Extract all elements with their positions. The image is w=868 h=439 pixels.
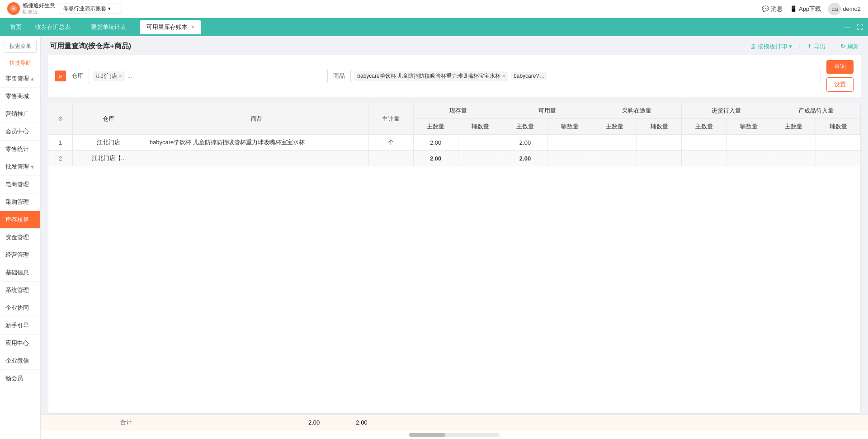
tab-available-label: 可用量库存账本: [146, 23, 188, 31]
product-tag-label-1: babycare学饮杯 儿童防摔防撞吸管杯重力球吸嘴杯宝宝水杯: [357, 72, 500, 80]
sidebar-item-wholesale[interactable]: 批发管理 ▼: [0, 158, 40, 176]
sidebar-item-ecommerce[interactable]: 电商管理: [0, 176, 40, 194]
row1-warehouse: 江北门店: [73, 135, 145, 151]
product-tag-label-2: babycare?: [514, 73, 539, 79]
app-download-btn[interactable]: 📱 App下载: [790, 5, 821, 13]
col-stock-main: 主数量: [413, 119, 458, 135]
account-selector[interactable]: 母婴行业演示账套 ▾: [59, 4, 122, 14]
row1-product: babycare学饮杯 儿童防摔防撞吸管杯重力球吸嘴杯宝宝水杯: [145, 135, 368, 151]
search-menu-btn[interactable]: 搜索菜单: [4, 40, 37, 53]
sidebar-item-appstore[interactable]: 应用中心: [0, 335, 40, 352]
sidebar-label-enterprise-wechat: 企业微信: [5, 357, 35, 365]
sidebar-search-area: 搜索菜单: [0, 36, 40, 57]
sidebar-item-member2[interactable]: 畅会员: [0, 370, 40, 387]
footer-total-label: 合计: [120, 418, 137, 426]
row2-purchase-aux: [637, 151, 682, 166]
footer-avail-main: 2.00: [356, 419, 367, 426]
col-purchase-main: 主数量: [592, 119, 637, 135]
sidebar-item-retail-stats[interactable]: 零售统计: [0, 141, 40, 158]
content-area: 可用量查询(按仓库+商品) 🖨 按模板打印 ▾ ⬆ 导出 ↻ 刷新: [41, 36, 868, 439]
query-btn[interactable]: 查询: [826, 60, 854, 74]
warehouse-tag-close[interactable]: ×: [119, 73, 122, 79]
row2-index: 2: [48, 151, 73, 166]
table-settings-icon[interactable]: ⚙: [58, 115, 63, 122]
col-incoming-aux: 辅数量: [726, 119, 771, 135]
col-stock-aux: 辅数量: [458, 119, 503, 135]
col-product-header: 商品: [145, 103, 368, 135]
tab-demand-close[interactable]: ×: [130, 24, 133, 30]
tab-receive-label: 收发存汇总表: [35, 23, 71, 31]
sidebar-item-marketing[interactable]: 营销推广: [0, 105, 40, 123]
sidebar-item-retail-mall[interactable]: 零售商城: [0, 88, 40, 105]
sidebar-item-newbie[interactable]: 新手引导: [0, 317, 40, 335]
tab-receive[interactable]: 收发存汇总表 ×: [29, 20, 84, 34]
tab-maximize-btn[interactable]: ⛶: [855, 23, 864, 32]
top-bar-right: 💬 消息 📱 App下载 Ea demo2: [762, 3, 861, 15]
col-incoming-pending-header: 进货待入量: [682, 103, 771, 119]
sidebar-label-member: 会员中心: [5, 127, 35, 136]
product-filter-tags[interactable]: babycare学饮杯 儿童防摔防撞吸管杯重力球吸嘴杯宝宝水杯 × babyca…: [350, 69, 821, 83]
tab-minimize-btn[interactable]: —: [843, 23, 852, 32]
col-avail-aux: 辅数量: [547, 119, 592, 135]
col-available-header: 可用量: [503, 103, 592, 119]
bottom-scrollbar: [41, 430, 868, 439]
warehouse-tag-jiangbei: 江北门店 ×: [93, 71, 125, 81]
row1-incoming-main: [682, 135, 726, 151]
tab-controls: — ⛶: [843, 23, 864, 32]
row1-incoming-aux: [726, 135, 771, 151]
refresh-btn[interactable]: ↻ 刷新: [840, 42, 859, 51]
sidebar-label-system: 系统管理: [5, 286, 35, 294]
sidebar-label-ecommerce: 电商管理: [5, 180, 35, 189]
tab-available-close[interactable]: ×: [191, 24, 194, 30]
col-production-main: 主数量: [771, 119, 816, 135]
filter-section: » 仓库 江北门店 × ... 商品 babycare学饮杯 儿童防摔防撞吸管杯…: [48, 55, 861, 97]
export-btn[interactable]: ⬆ 导出: [807, 42, 826, 51]
sidebar-item-finance[interactable]: 资金管理: [0, 229, 40, 246]
product-tag-1-close[interactable]: ×: [502, 73, 505, 79]
col-production-aux: 辅数量: [816, 119, 860, 135]
table-row: 2 江北门店【... 2.00 2.00: [48, 151, 860, 166]
sidebar-label-inventory: 库存核算: [5, 216, 35, 224]
product-more-btn[interactable]: ...: [540, 73, 544, 79]
col-purchase-aux: 辅数量: [637, 119, 682, 135]
sidebar-item-retail-mgmt[interactable]: 零售管理 ▲: [0, 70, 40, 88]
row1-unit: 个: [368, 135, 413, 151]
row1-production-main: [771, 135, 816, 151]
sidebar-item-inventory[interactable]: 库存核算: [0, 211, 40, 229]
sidebar-item-basic[interactable]: 基础信息: [0, 264, 40, 282]
row2-avail-aux: [547, 151, 592, 166]
filter-expand-btn[interactable]: »: [55, 71, 66, 81]
message-btn[interactable]: 💬 消息: [762, 5, 783, 13]
sidebar-item-purchase[interactable]: 采购管理: [0, 194, 40, 211]
col-purchase-transit-header: 采购在途量: [592, 103, 682, 119]
settings-btn[interactable]: 设置: [826, 77, 854, 92]
product-tag-2: babycare? ...: [511, 72, 547, 80]
sidebar: 搜索菜单 快捷导航 零售管理 ▲ 零售商城 营销推广 会员中心 零售统计 批发管…: [0, 36, 41, 439]
quick-nav-btn[interactable]: 快捷导航: [0, 57, 40, 70]
sidebar-item-enterprise[interactable]: 企业协同: [0, 299, 40, 317]
tab-home-label: 首页: [10, 23, 22, 31]
sidebar-item-enterprise-wechat[interactable]: 企业微信: [0, 352, 40, 370]
tab-available[interactable]: 可用量库存账本 ×: [140, 20, 201, 34]
sidebar-item-system[interactable]: 系统管理: [0, 282, 40, 299]
row2-avail-main: 2.00: [503, 151, 547, 166]
action-divider2: [833, 43, 833, 50]
col-unit-header: 主计量: [368, 103, 413, 135]
username: demo2: [843, 5, 861, 12]
row2-incoming-main: [682, 151, 726, 166]
row1-avail-aux: [547, 135, 592, 151]
refresh-icon: ↻: [840, 43, 845, 50]
col-settings-header[interactable]: ⚙: [48, 103, 73, 135]
tab-demand[interactable]: 要货单统计表 ×: [85, 20, 139, 34]
col-warehouse-header: 仓库: [73, 103, 145, 135]
tab-receive-close[interactable]: ×: [74, 24, 77, 30]
sidebar-arrow-wholesale: ▼: [30, 164, 35, 170]
user-avatar-area[interactable]: Ea demo2: [828, 3, 861, 15]
sidebar-item-member[interactable]: 会员中心: [0, 123, 40, 141]
sidebar-item-business[interactable]: 经营管理: [0, 246, 40, 264]
template-print-btn[interactable]: 🖨 按模板打印 ▾: [750, 42, 792, 51]
warehouse-more-btn[interactable]: ...: [127, 73, 132, 79]
tab-home[interactable]: 首页: [4, 20, 28, 34]
row1-purchase-aux: [637, 135, 682, 151]
warehouse-filter-tags[interactable]: 江北门店 × ...: [89, 69, 328, 83]
